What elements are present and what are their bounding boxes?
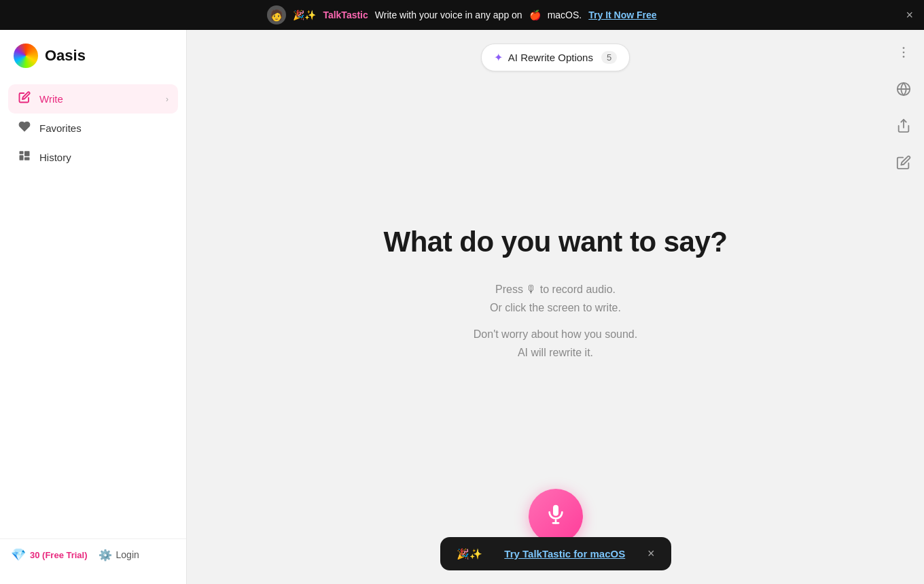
svg-point-4 bbox=[903, 47, 905, 49]
login-button[interactable]: ⚙️ Login bbox=[99, 549, 139, 562]
svg-point-5 bbox=[903, 52, 905, 54]
main-content: ✦ AI Rewrite Options 5 bbox=[187, 30, 924, 584]
instruction-line-2: Or click the screen to write. bbox=[474, 298, 637, 317]
favorites-icon bbox=[18, 120, 31, 136]
sidebar: Oasis Write › bbox=[0, 30, 187, 584]
svg-rect-0 bbox=[20, 151, 24, 154]
main-heading: What do you want to say? bbox=[383, 226, 727, 258]
sidebar-item-write[interactable]: Write › bbox=[8, 84, 178, 114]
toast-link[interactable]: Try TalkTastic for macOS bbox=[504, 548, 625, 560]
share-button[interactable] bbox=[892, 114, 915, 137]
sidebar-item-favorites[interactable]: Favorites bbox=[8, 114, 178, 143]
instruction-text: Press 🎙 to record audio. Or click the sc… bbox=[474, 280, 637, 362]
history-label: History bbox=[39, 152, 168, 163]
main-toolbar: ✦ AI Rewrite Options 5 bbox=[187, 30, 924, 71]
instruction-line-3: Don't worry about how you sound. bbox=[474, 325, 637, 343]
banner-brand[interactable]: TalkTastic bbox=[323, 10, 368, 20]
sidebar-item-history[interactable]: History bbox=[8, 143, 178, 172]
write-label: Write bbox=[39, 93, 158, 105]
svg-rect-1 bbox=[20, 155, 24, 160]
edit-button[interactable] bbox=[892, 151, 915, 174]
write-icon bbox=[18, 91, 31, 107]
record-button-area bbox=[529, 489, 583, 543]
settings-icon: ⚙️ bbox=[99, 549, 112, 562]
record-button[interactable] bbox=[529, 489, 583, 543]
right-panel bbox=[883, 30, 924, 584]
more-options-button[interactable] bbox=[892, 41, 915, 64]
sidebar-header: Oasis bbox=[0, 30, 186, 79]
banner-emoji: 🎉✨ bbox=[293, 10, 316, 20]
banner-close-button[interactable]: × bbox=[906, 9, 913, 21]
sidebar-nav: Write › Favorites bbox=[0, 79, 186, 538]
toast-emoji: 🎉✨ bbox=[457, 548, 482, 560]
login-label: Login bbox=[116, 549, 139, 560]
banner-apple-icon: 🍎 bbox=[529, 10, 541, 20]
svg-point-6 bbox=[903, 56, 905, 58]
banner-platform: macOS. bbox=[548, 10, 582, 20]
microphone-icon bbox=[545, 503, 567, 530]
gem-icon: 💎 bbox=[11, 547, 26, 562]
ai-rewrite-count: 5 bbox=[601, 51, 617, 64]
sparkle-icon: ✦ bbox=[494, 51, 503, 64]
banner-message: Write with your voice in any app on bbox=[375, 10, 522, 20]
globe-button[interactable] bbox=[892, 78, 915, 101]
toast-close-button[interactable]: × bbox=[647, 547, 655, 561]
sidebar-footer: 💎 30 (Free Trial) ⚙️ Login bbox=[0, 538, 186, 570]
write-chevron-icon: › bbox=[166, 95, 168, 104]
oasis-logo bbox=[14, 44, 38, 68]
oasis-name: Oasis bbox=[45, 47, 86, 65]
bottom-toast: 🎉✨ Try TalkTastic for macOS × bbox=[440, 537, 671, 570]
credits-value: 30 (Free Trial) bbox=[30, 550, 88, 560]
favorites-label: Favorites bbox=[39, 122, 168, 134]
banner-cta-link[interactable]: Try It Now Free bbox=[588, 10, 656, 20]
mic-emoji: 🎙 bbox=[526, 284, 539, 295]
credits-display: 💎 30 (Free Trial) bbox=[11, 547, 88, 562]
history-icon bbox=[18, 150, 31, 165]
svg-rect-2 bbox=[24, 151, 30, 156]
instruction-line-1: Press 🎙 to record audio. bbox=[474, 280, 637, 298]
banner-avatar: 🧑 bbox=[267, 5, 286, 24]
top-banner: 🧑 🎉✨ TalkTastic Write with your voice in… bbox=[0, 0, 924, 30]
ai-rewrite-label: AI Rewrite Options bbox=[508, 52, 593, 63]
ai-rewrite-button[interactable]: ✦ AI Rewrite Options 5 bbox=[481, 44, 630, 71]
toast-text: Try TalkTastic for macOS bbox=[504, 548, 625, 560]
instruction-line-4: AI will rewrite it. bbox=[474, 343, 637, 362]
svg-rect-10 bbox=[553, 504, 558, 515]
svg-rect-3 bbox=[24, 157, 30, 160]
